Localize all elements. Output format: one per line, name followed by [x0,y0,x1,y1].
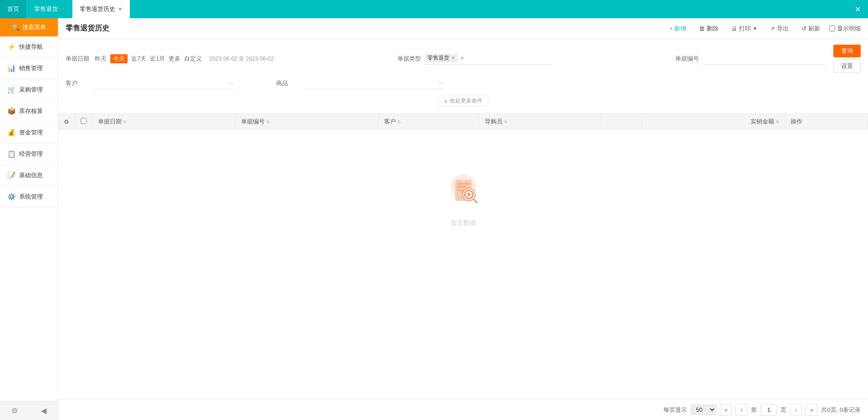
toolbar-actions: + 新增 🗑 删除 🖨 打印 ▼ ↗ 导出 ↺ 刷新 [666,23,861,35]
sidebar-item-basic-info-label: 基础信息 [19,171,43,179]
top-bar: 首页 零售退货 ✕ 零售退货历史 ✕ ✕ [0,0,868,18]
first-page-btn[interactable]: « [720,404,732,416]
type-tag-label: 零售退货 [427,54,449,62]
voucher-input[interactable] [703,55,826,61]
sidebar-item-quick-nav[interactable]: ⚡ 快捷导航 [0,36,58,58]
th-amount[interactable]: 实销金额 [642,114,785,130]
sidebar-item-sales[interactable]: 📊 销售管理 [0,58,58,79]
th-customer[interactable]: 客户 [378,114,479,130]
sidebar-item-inventory[interactable]: 📦 库存核算 [0,101,58,122]
th-gear[interactable]: ⚙ [58,114,75,130]
th-date[interactable]: 单据日期 [92,114,236,130]
show-detail-checkbox-wrapper[interactable]: 显示明细 [829,25,861,33]
goods-filter-dots[interactable]: ··· [438,79,444,87]
svg-point-8 [467,193,470,196]
sidebar-item-operation[interactable]: 📋 经营管理 [0,143,58,165]
collapse-btn[interactable]: ∧ 收起更多条件 [438,96,488,106]
customer-input[interactable] [95,79,227,86]
empty-icon [441,166,486,212]
customer-filter-dots[interactable]: ··· [227,79,233,87]
search-icon: 🔍 [12,24,20,31]
type-filter-label: 单据类型 [397,55,421,63]
quick-nav-icon: ⚡ [7,43,15,51]
page-unit: 页 [781,406,786,414]
show-detail-label: 显示明细 [837,25,861,33]
total-info: 共0页, 0条记录 [821,406,861,414]
svg-rect-3 [457,186,466,188]
export-btn[interactable]: ↗ 导出 [766,23,792,35]
query-btn[interactable]: 查询 [833,45,861,57]
window-close-btn[interactable]: ✕ [855,5,868,14]
data-table: ⚙ 单据日期 单据编号 客户 导购员 实销金额 操作 [58,114,868,130]
goods-filter-label: 商品 [276,79,305,87]
goods-input[interactable] [305,79,438,86]
tab-list: 首页 零售退货 ✕ 零售退货历史 ✕ [0,0,855,18]
sidebar-bottom: ⚙ ◀ [0,401,58,420]
sidebar-settings-btn[interactable]: ⚙ [9,404,21,418]
type-tag-remove[interactable]: ✕ [451,55,455,61]
export-btn-label: 导出 [777,25,789,33]
svg-rect-2 [457,183,470,184]
sidebar-item-finance-label: 资金管理 [19,128,43,137]
date-opt-1month[interactable]: 近1月 [150,55,165,63]
tab-home-label: 首页 [7,5,19,13]
voucher-filter-wrapper [703,53,826,65]
date-opt-yesterday[interactable]: 昨天 [95,55,107,63]
date-opt-custom[interactable]: 自定义 [184,55,202,63]
th-action: 操作 [785,114,868,130]
th-check[interactable] [75,114,92,130]
date-opt-today[interactable]: 今天 [110,54,128,63]
date-opt-7days[interactable]: 近7天 [131,55,146,63]
svg-line-7 [473,199,477,203]
voucher-filter-label: 单据编号 [675,55,699,63]
print-btn[interactable]: 🖨 打印 ▼ [728,23,761,35]
system-icon: ⚙️ [7,193,15,201]
tab-retail-return-history-label: 零售退货历史 [80,5,115,13]
sales-icon: 📊 [7,64,15,72]
th-guide[interactable]: 导购员 [479,114,601,130]
type-filter-wrapper: 零售退货 ✕ ▼ [425,53,552,65]
new-btn[interactable]: + 新增 [666,23,690,35]
refresh-btn[interactable]: ↺ 刷新 [798,23,824,35]
sidebar-search[interactable]: 🔍 搜索菜单 [0,18,58,36]
settings-btn[interactable]: 设置 [833,59,861,73]
page-size-select[interactable]: 50 100 200 [691,405,716,415]
type-dropdown-arrow[interactable]: ▼ [460,55,465,61]
tab-retail-return-close[interactable]: ✕ [61,6,65,12]
tab-retail-return-history-close[interactable]: ✕ [118,6,122,12]
sidebar-item-system[interactable]: ⚙️ 系统管理 [0,186,58,208]
date-filter-label: 单据日期 [66,55,95,63]
prev-page-btn[interactable]: ‹ [735,404,747,416]
gear-icon[interactable]: ⚙ [64,118,69,125]
sidebar-item-finance[interactable]: 💰 资金管理 [0,122,58,143]
select-all-checkbox[interactable] [81,118,87,124]
last-page-btn[interactable]: » [806,404,817,416]
tab-retail-return-history[interactable]: 零售退货历史 ✕ [72,0,130,18]
operation-icon: 📋 [7,150,15,158]
sidebar-item-purchase[interactable]: 🛒 采购管理 [0,79,58,101]
next-page-btn[interactable]: › [790,404,802,416]
goods-filter-wrapper: ··· [305,77,444,89]
sidebar-item-basic-info[interactable]: 📝 基础信息 [0,165,58,186]
sidebar-collapse-btn[interactable]: ◀ [38,404,49,418]
delete-btn[interactable]: 🗑 删除 [695,23,722,35]
date-opt-more[interactable]: 更多 [169,55,180,63]
tab-retail-return-label: 零售退货 [34,5,58,13]
main-layout: 🔍 搜索菜单 ⚡ 快捷导航 📊 销售管理 🛒 采购管理 📦 库存核算 💰 [0,18,868,420]
print-btn-label: 打印 [739,25,751,33]
customer-filter-label: 客户 [66,79,95,87]
filter-row-2: 客户 ··· 商品 ··· [66,77,861,89]
tab-retail-return[interactable]: 零售退货 ✕ [27,0,72,18]
table-header-row: ⚙ 单据日期 单据编号 客户 导购员 实销金额 操作 [58,114,868,130]
th-voucher-no[interactable]: 单据编号 [235,114,378,130]
collapse-bar: ∧ 收起更多条件 [66,94,861,108]
show-detail-checkbox[interactable] [829,26,835,31]
inventory-icon: 📦 [7,107,15,115]
sidebar-item-inventory-label: 库存核算 [19,107,43,115]
sidebar-item-purchase-label: 采购管理 [19,86,43,94]
date-range-display: 2023-06-02 至 2023-06-02 [209,55,273,63]
refresh-icon: ↺ [801,25,806,32]
export-icon: ↗ [770,25,775,32]
page-number-input[interactable]: 1 [760,404,777,416]
tab-home[interactable]: 首页 [0,0,27,18]
